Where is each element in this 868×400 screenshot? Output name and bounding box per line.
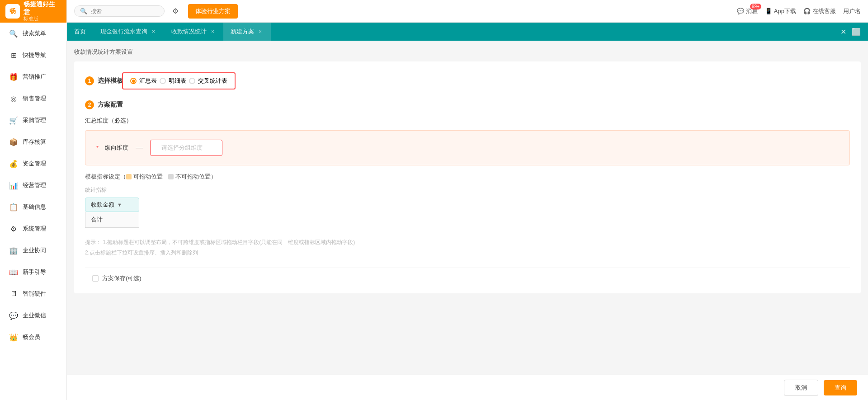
online-service-button[interactable]: 🎧 在线客服 [803,7,836,15]
sidebar-item-label: 经营管理 [23,181,46,189]
footer-save-row: 方案保存(可选) [85,268,850,282]
wechat-icon: 💬 [9,311,18,320]
tab-home[interactable]: 首页 [67,23,93,41]
app-icon: 📱 [765,8,772,14]
step2-label: 方案配置 [98,101,123,109]
sidebar-item-enterprise[interactable]: 🏢 企业协同 [0,240,66,261]
sidebar-item-wechat[interactable]: 💬 企业微信 [0,305,66,326]
hardware-icon: 🖥 [9,290,18,298]
cancel-button[interactable]: 取消 [784,380,818,396]
system-icon: ⚙ [9,225,18,233]
radio-detail-label: 明细表 [169,77,186,85]
radio-summary-circle [130,78,137,84]
radio-cross[interactable]: 交叉统计表 [189,77,227,85]
tab-new-plan-label: 新建方案 [231,28,254,36]
enterprise-icon: 🏢 [9,246,18,255]
sales-icon: ◎ [9,94,18,103]
tab-collection-stat-label: 收款情况统计 [171,28,207,36]
dimension-area: * 纵向维度 — 请选择分组维度 [85,130,850,165]
sidebar-item-label: 销售管理 [23,94,46,103]
radio-cross-circle [189,78,195,84]
metrics-column-row: 合计 [85,212,139,228]
config-section: 汇总维度（必选） * 纵向维度 — 请选择分组维度 模板指标设定 [85,117,850,257]
sidebar-logo: 畅 畅捷通好生意 标准版 [0,0,66,23]
sidebar-item-label: 企业微信 [23,311,46,320]
bottom-bar: 取消 查询 [67,375,868,400]
radio-cross-label: 交叉统计表 [198,77,227,85]
sidebar-item-label: 库存核算 [23,138,46,146]
save-label: 方案保存(可选) [102,274,142,282]
sidebar-item-quick-nav[interactable]: ⊞ 快捷导航 [0,44,66,66]
vertical-dimension-label: 纵向维度 [105,144,128,152]
logo-icon: 畅 [5,4,20,19]
service-icon: 🎧 [803,8,811,14]
sidebar-item-sales[interactable]: ◎ 销售管理 [0,88,66,109]
sidebar-item-operation[interactable]: 📊 经营管理 [0,174,66,196]
metrics-section: 模板指标设定（ 可拖动位置 不可拖动位置 ） 统计指标 [85,173,850,228]
tab-new-plan-close[interactable]: × [257,28,264,36]
page-title: 收款情况统计方案设置 [74,48,861,56]
step2-section: 2 方案配置 汇总维度（必选） * 纵向维度 — 请选择分组维度 [85,100,850,257]
sidebar-item-guide[interactable]: 📖 新手引导 [0,261,66,283]
arrow-icon: — [136,144,143,152]
user-info[interactable]: 用户名 [843,7,861,15]
tab-maximize-icon[interactable]: ⬜ [850,26,863,38]
sidebar-item-inventory[interactable]: 📦 库存核算 [0,131,66,153]
sidebar-item-label: 畅会员 [23,333,40,341]
tab-close-all-icon[interactable]: ✕ [839,26,848,38]
dimension-picker[interactable]: 请选择分组维度 [150,140,222,156]
radio-summary-label: 汇总表 [139,77,157,85]
search-icon: 🔍 [80,8,87,14]
column-dropdown-icon: ▼ [117,202,122,207]
sidebar-item-search[interactable]: 🔍 搜索菜单 [0,23,66,44]
base-icon: 📋 [9,203,18,212]
step2-badge: 2 [85,100,94,109]
query-button[interactable]: 查询 [824,380,857,395]
header-search-box[interactable]: 🔍 [74,5,165,17]
sidebar-item-label: 搜索菜单 [23,29,46,38]
gift-icon: 🎁 [9,73,18,81]
radio-detail[interactable]: 明细表 [160,77,186,85]
sidebar-item-system[interactable]: ⚙ 系统管理 [0,218,66,240]
dimension-section-title: 汇总维度（必选） [85,117,850,125]
metrics-column-header[interactable]: 收款金额 ▼ [85,198,139,212]
sidebar-item-finance[interactable]: 💰 资金管理 [0,153,66,174]
radio-summary[interactable]: 汇总表 [130,77,157,85]
logo-badge: 标准版 [24,15,61,22]
trial-button[interactable]: 体验行业方案 [188,4,238,19]
settings-icon[interactable]: ⚙ [168,4,183,19]
tab-bar: 首页 现金银行流水查询 × 收款情况统计 × 新建方案 × ✕ ⬜ [67,23,868,41]
sidebar-item-hardware[interactable]: 🖥 智能硬件 [0,283,66,305]
step1-badge: 1 [85,76,94,85]
content-card: 1 选择模板 汇总表 明细表 交叉统计表 [74,61,861,293]
tab-new-plan[interactable]: 新建方案 × [223,23,271,41]
operation-icon: 📊 [9,181,18,190]
online-service-label: 在线客服 [812,7,836,15]
save-checkbox[interactable] [92,275,99,282]
tab-collection-stat-close[interactable]: × [209,28,216,36]
step1-label: 选择模板 [98,77,123,85]
sidebar-item-label: 智能硬件 [23,290,46,298]
radio-detail-circle [160,78,166,84]
sidebar-item-purchase[interactable]: 🛒 采购管理 [0,109,66,131]
notification-button[interactable]: 💬 消息 99+ [737,7,758,15]
search-input[interactable] [91,8,154,14]
sidebar-item-member[interactable]: 👑 畅会员 [0,326,66,348]
metrics-header: 模板指标设定（ 可拖动位置 不可拖动位置 ） [85,173,850,181]
message-icon: 💬 [737,8,744,14]
tab-bank-flow-close[interactable]: × [150,28,157,36]
metrics-table: 收款金额 ▼ 合计 [85,198,850,228]
tips-section: 提示： 1.拖动标题栏可以调整布局，不可跨维度或指标区域拖动栏目字段(只能在同一… [85,239,850,257]
sidebar-item-marketing[interactable]: 🎁 营销推广 [0,66,66,88]
tip-2: 2.点击标题栏下拉可设置排序、插入列和删除列 [85,249,850,257]
app-download-button[interactable]: 📱 App下载 [765,7,796,15]
tab-bank-flow[interactable]: 现金银行流水查询 × [93,23,164,41]
sidebar: 畅 畅捷通好生意 标准版 🔍 搜索菜单 ⊞ 快捷导航 🎁 营销推广 ◎ 销售管理… [0,0,67,400]
fixed-indicator [168,174,174,179]
logo-text: 畅捷通好生意 [24,0,61,16]
purchase-icon: 🛒 [9,116,18,125]
tip-1: 提示： 1.拖动标题栏可以调整布局，不可跨维度或指标区域拖动栏目字段(只能在同一… [85,239,850,246]
sidebar-item-label: 系统管理 [23,225,46,233]
sidebar-item-base[interactable]: 📋 基础信息 [0,196,66,218]
tab-collection-stat[interactable]: 收款情况统计 × [164,23,223,41]
